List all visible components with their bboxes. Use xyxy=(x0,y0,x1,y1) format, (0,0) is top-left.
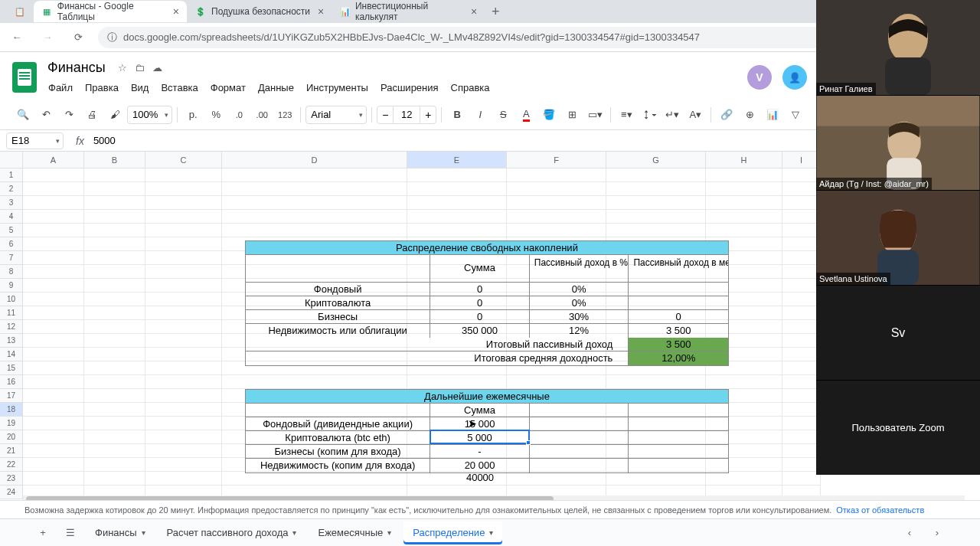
percent-button[interactable]: % xyxy=(205,104,227,126)
comment-button[interactable]: ⊕ xyxy=(739,104,760,126)
cell[interactable]: 20 000 xyxy=(430,459,530,472)
video-tile[interactable]: Sv xyxy=(816,285,980,380)
column-header[interactable]: A xyxy=(23,152,84,168)
cell[interactable]: 5 000 xyxy=(430,431,530,444)
video-tile[interactable]: Пользователь Zoom xyxy=(816,380,980,475)
menu-data[interactable]: Данные xyxy=(253,79,299,96)
disclaimer-link[interactable]: Отказ от обязательств xyxy=(836,505,924,515)
forward-button[interactable]: → xyxy=(37,27,58,48)
close-icon[interactable]: × xyxy=(173,5,179,18)
paint-format-button[interactable]: 🖌 xyxy=(104,104,126,126)
cell[interactable]: 3 500 xyxy=(629,324,728,338)
sheet-tab[interactable]: Распределение▾ xyxy=(403,521,502,544)
cell[interactable] xyxy=(629,283,728,296)
wrap-button[interactable]: ↵▾ xyxy=(662,104,683,126)
name-box[interactable]: E18 xyxy=(6,132,64,149)
font-size-increase[interactable]: + xyxy=(420,106,436,124)
zoom-select[interactable]: 100% xyxy=(127,106,172,124)
print-button[interactable]: 🖨 xyxy=(81,104,103,126)
column-header[interactable]: G xyxy=(606,152,706,168)
rotate-button[interactable]: A▾ xyxy=(684,104,706,126)
row-header[interactable]: 14 xyxy=(0,348,23,361)
menu-extensions[interactable]: Расширения xyxy=(375,79,444,96)
add-sheet-button[interactable]: + xyxy=(31,521,55,545)
row-header[interactable]: 6 xyxy=(0,237,23,251)
row-header[interactable]: 23 xyxy=(0,472,23,486)
column-header[interactable]: H xyxy=(706,152,782,168)
chart-button[interactable]: 📊 xyxy=(762,104,783,126)
select-all-corner[interactable] xyxy=(0,152,23,168)
browser-tab-1[interactable]: ▦Финансы - Google Таблицы× xyxy=(34,1,187,22)
undo-button[interactable]: ↶ xyxy=(35,104,57,126)
back-button[interactable]: ← xyxy=(6,27,28,48)
filter-button[interactable]: ▽ xyxy=(785,104,806,126)
row-header[interactable]: 12 xyxy=(0,320,23,334)
row-header[interactable]: 8 xyxy=(0,265,23,279)
collaborator-avatar[interactable]: 👤 xyxy=(782,65,807,90)
menu-help[interactable]: Справка xyxy=(446,79,495,96)
cell[interactable]: 0 xyxy=(629,310,728,323)
merge-button[interactable]: ▭▾ xyxy=(584,104,606,126)
row-header[interactable]: 3 xyxy=(0,196,23,210)
text-color-button[interactable]: A xyxy=(515,104,537,126)
row-header[interactable]: 22 xyxy=(0,458,23,472)
row-header[interactable]: 4 xyxy=(0,210,23,224)
currency-button[interactable]: р. xyxy=(182,104,204,126)
sheet-tab[interactable]: Финансы▾ xyxy=(86,521,155,544)
sheet-tab[interactable]: Ежемесячные▾ xyxy=(309,521,400,544)
menu-view[interactable]: Вид xyxy=(126,79,155,96)
column-header[interactable]: D xyxy=(222,152,407,168)
row-header[interactable]: 2 xyxy=(0,182,23,196)
sheet-tab[interactable]: Расчет пассивного дохода▾ xyxy=(158,521,306,544)
video-tile[interactable]: Ринат Галиев xyxy=(816,0,980,95)
row-header[interactable]: 16 xyxy=(0,375,23,389)
align-button[interactable]: ≡▾ xyxy=(616,104,637,126)
cell[interactable]: 350 000 xyxy=(430,324,530,338)
browser-tab-0[interactable]: 📋 xyxy=(6,1,34,22)
row-header[interactable]: 19 xyxy=(0,417,23,430)
column-header[interactable]: I xyxy=(782,152,821,168)
column-header[interactable]: B xyxy=(84,152,145,168)
row-header[interactable]: 9 xyxy=(0,279,23,293)
all-sheets-button[interactable]: ☰ xyxy=(58,521,83,545)
star-icon[interactable]: ☆ xyxy=(118,62,127,74)
italic-button[interactable]: I xyxy=(469,104,491,126)
browser-tab-2[interactable]: 💲Подушка безопасности× xyxy=(187,1,332,22)
row-header[interactable]: 10 xyxy=(0,293,23,306)
row-header[interactable]: 21 xyxy=(0,444,23,458)
sheets-logo-icon[interactable] xyxy=(12,62,37,93)
row-header[interactable]: 15 xyxy=(0,361,23,375)
font-size-decrease[interactable]: − xyxy=(377,106,394,124)
fill-color-button[interactable]: 🪣 xyxy=(538,104,560,126)
menu-tools[interactable]: Инструменты xyxy=(301,79,374,96)
redo-button[interactable]: ↷ xyxy=(58,104,80,126)
row-header[interactable]: 20 xyxy=(0,430,23,444)
row-header[interactable]: 17 xyxy=(0,389,23,403)
more-formats-button[interactable]: 123 xyxy=(274,104,296,126)
cell[interactable]: 0% xyxy=(530,296,629,309)
cell[interactable]: 0 xyxy=(430,283,530,296)
close-icon[interactable]: × xyxy=(318,5,324,18)
font-select[interactable]: Arial xyxy=(305,106,367,124)
cell[interactable]: 0% xyxy=(530,283,629,296)
cloud-icon[interactable]: ☁ xyxy=(152,62,162,74)
cell[interactable]: 12% xyxy=(530,324,629,338)
column-header[interactable]: F xyxy=(507,152,606,168)
cell[interactable]: 0 xyxy=(430,296,530,309)
link-button[interactable]: 🔗 xyxy=(716,104,737,126)
scroll-left-icon[interactable]: ‹ xyxy=(897,521,922,545)
menu-format[interactable]: Формат xyxy=(205,79,251,96)
increase-decimal-button[interactable]: .00 xyxy=(251,104,273,126)
video-tile[interactable]: Svetlana Ustinova xyxy=(816,190,980,285)
column-header[interactable]: E xyxy=(407,152,507,168)
search-icon[interactable]: 🔍 xyxy=(12,104,34,126)
decrease-decimal-button[interactable]: .0 xyxy=(228,104,250,126)
row-header[interactable]: 24 xyxy=(0,486,23,499)
row-header[interactable]: 7 xyxy=(0,251,23,265)
row-header[interactable]: 11 xyxy=(0,306,23,320)
doc-title[interactable]: Финансы xyxy=(43,58,110,77)
collaborator-avatar[interactable]: V xyxy=(747,65,772,90)
move-icon[interactable]: 🗀 xyxy=(135,62,145,74)
borders-button[interactable]: ⊞ xyxy=(561,104,583,126)
menu-insert[interactable]: Вставка xyxy=(155,79,203,96)
